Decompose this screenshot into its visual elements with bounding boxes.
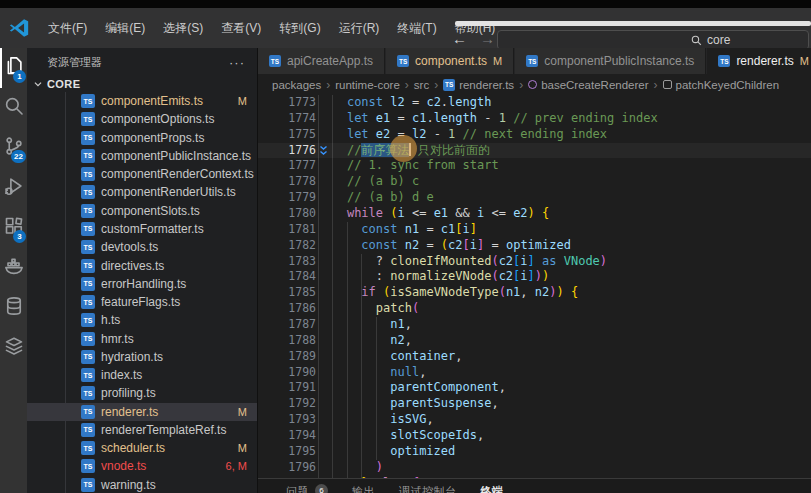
section-header-core[interactable]: CORE — [27, 76, 257, 92]
panel-tab-问题[interactable]: 问题6 — [286, 479, 328, 493]
symbol-variable-icon — [663, 80, 672, 89]
code-line-1793[interactable]: 1793 isSVG, — [258, 412, 811, 428]
code-line-1789[interactable]: 1789 container, — [258, 349, 811, 365]
navigate-back-icon[interactable]: ← — [452, 30, 467, 47]
menu-item-3[interactable]: 查看(V) — [212, 16, 270, 41]
file-componentRenderUtils.ts[interactable]: TScomponentRenderUtils.ts — [27, 183, 257, 201]
file-componentSlots.ts[interactable]: TScomponentSlots.ts — [27, 202, 257, 220]
breadcrumb-patchKeyedChildren[interactable]: patchKeyedChildren — [663, 79, 780, 91]
activity-extensions[interactable]: 3 — [0, 208, 27, 248]
docker-icon — [4, 256, 24, 280]
more-actions-icon[interactable]: ··· — [229, 55, 245, 70]
code-line-1788[interactable]: 1788 n2, — [258, 333, 811, 349]
code-editor[interactable]: 1773 const l2 = c2.length1774 let e1 = c… — [258, 95, 811, 478]
file-name: profiling.ts — [101, 386, 156, 400]
command-center-search[interactable]: core — [497, 30, 809, 50]
code-line-1779[interactable]: 1779 // (a b) d e — [258, 190, 811, 206]
file-vnode.ts[interactable]: TSvnode.ts6, M — [27, 457, 257, 475]
file-rendererTemplateRef.ts[interactable]: TSrendererTemplateRef.ts — [27, 421, 257, 439]
code-line-1796[interactable]: 1796 ) — [258, 460, 811, 476]
activity-source-control[interactable]: 22 — [0, 128, 27, 168]
file-scheduler.ts[interactable]: TSscheduler.tsM — [27, 439, 257, 457]
code-text: null, — [318, 365, 426, 381]
code-line-1785[interactable]: 1785 if (isSameVNodeType(n1, n2)) { — [258, 285, 811, 301]
breadcrumb-baseCreateRenderer[interactable]: baseCreateRenderer — [528, 79, 648, 91]
menu-item-2[interactable]: 选择(S) — [154, 16, 212, 41]
file-customFormatter.ts[interactable]: TScustomFormatter.ts — [27, 220, 257, 238]
code-line-1790[interactable]: 1790 null, — [258, 365, 811, 381]
light-strip-artifact — [455, 21, 811, 26]
code-line-1783[interactable]: 1783 ? cloneIfMounted(c2[i] as VNode) — [258, 254, 811, 270]
code-line-1775[interactable]: 1775 let e2 = l2 - 1 // next ending inde… — [258, 127, 811, 143]
git-status-badge: 6, M — [226, 460, 257, 472]
code-line-1777[interactable]: 1777 // 1. sync from start — [258, 158, 811, 174]
file-featureFlags.ts[interactable]: TSfeatureFlags.ts — [27, 293, 257, 311]
file-componentEmits.ts[interactable]: TScomponentEmits.tsM — [27, 92, 257, 110]
file-name: devtools.ts — [101, 240, 158, 254]
code-line-1781[interactable]: 1781 const n1 = c1[i] — [258, 222, 811, 238]
tab-renderer.ts[interactable]: TSrenderer.tsM× — [707, 48, 811, 74]
activity-run-debug[interactable] — [0, 168, 27, 208]
typescript-file-icon: TS — [81, 94, 95, 108]
panel-tab-label: 终端 — [481, 479, 504, 493]
typescript-file-icon: TS — [81, 259, 95, 273]
panel-tab-label: 调试控制台 — [399, 479, 457, 493]
line-number: 1781 — [258, 222, 316, 238]
activity-layers[interactable] — [0, 328, 27, 368]
navigate-forward-icon[interactable]: → — [480, 30, 495, 47]
code-line-1795[interactable]: 1795 optimized — [258, 444, 811, 460]
file-componentOptions.ts[interactable]: TScomponentOptions.ts — [27, 110, 257, 128]
breadcrumb-packages[interactable]: packages — [272, 79, 321, 91]
code-line-1778[interactable]: 1778 // (a b) c — [258, 174, 811, 190]
panel-tab-调试控制台[interactable]: 调试控制台 — [399, 479, 457, 493]
code-line-1787[interactable]: 1787 n1, — [258, 317, 811, 333]
code-line-1784[interactable]: 1784 : normalizeVNode(c2[i])) — [258, 269, 811, 285]
file-h.ts[interactable]: TSh.ts — [27, 311, 257, 329]
file-index.ts[interactable]: TSindex.ts — [27, 366, 257, 384]
activity-database[interactable] — [0, 288, 27, 328]
code-line-1774[interactable]: 1774 let e1 = c1.length - 1 // prev endi… — [258, 111, 811, 127]
line-number: 1789 — [258, 349, 316, 365]
activity-search[interactable] — [0, 88, 27, 128]
code-text: // (a b) d e — [318, 190, 434, 206]
code-line-1794[interactable]: 1794 slotScopeIds, — [258, 428, 811, 444]
code-line-1782[interactable]: 1782 const n2 = (c2[i] = optimized — [258, 238, 811, 254]
code-line-1792[interactable]: 1792 parentSuspense, — [258, 396, 811, 412]
file-renderer.ts[interactable]: TSrenderer.tsM — [27, 403, 257, 421]
file-profiling.ts[interactable]: TSprofiling.ts — [27, 384, 257, 402]
line-number: 1773 — [258, 95, 316, 111]
breadcrumb-renderer.ts[interactable]: TSrenderer.ts — [443, 79, 514, 91]
code-line-1791[interactable]: 1791 parentComponent, — [258, 380, 811, 396]
file-componentRenderContext.ts[interactable]: TScomponentRenderContext.ts — [27, 165, 257, 183]
code-line-1773[interactable]: 1773 const l2 = c2.length — [258, 95, 811, 111]
code-line-1780[interactable]: 1780 while (i <= e1 && i <= e2) { — [258, 206, 811, 222]
menu-item-6[interactable]: 终端(T) — [388, 16, 445, 41]
file-devtools.ts[interactable]: TSdevtools.ts — [27, 238, 257, 256]
menu-item-0[interactable]: 文件(F) — [39, 16, 96, 41]
code-line-1786[interactable]: 1786 patch( — [258, 301, 811, 317]
panel-tab-终端[interactable]: 终端 — [481, 479, 504, 493]
code-line-1776[interactable]: 1776 //前序算法 只对比前面的 — [258, 143, 811, 159]
menu-item-5[interactable]: 运行(R) — [330, 16, 389, 41]
typescript-file-icon: TS — [718, 55, 730, 67]
file-directives.ts[interactable]: TSdirectives.ts — [27, 256, 257, 274]
activity-docker[interactable] — [0, 248, 27, 288]
activity-explorer[interactable]: 1 — [0, 48, 27, 88]
file-componentPublicInstance.ts[interactable]: TScomponentPublicInstance.ts — [27, 147, 257, 165]
file-componentProps.ts[interactable]: TScomponentProps.ts — [27, 129, 257, 147]
menu-item-1[interactable]: 编辑(E) — [96, 16, 154, 41]
file-errorHandling.ts[interactable]: TSerrorHandling.ts — [27, 275, 257, 293]
tab-componentPublicInstance.ts[interactable]: TScomponentPublicInstance.ts — [515, 48, 706, 74]
file-hydration.ts[interactable]: TShydration.ts — [27, 348, 257, 366]
menu-item-4[interactable]: 转到(G) — [270, 16, 329, 41]
tab-component.ts[interactable]: TScomponent.tsM — [386, 48, 514, 74]
file-hmr.ts[interactable]: TShmr.ts — [27, 329, 257, 347]
panel-tab-输出[interactable]: 输出 — [352, 479, 375, 493]
file-warning.ts[interactable]: TSwarning.ts — [27, 476, 257, 493]
tab-apiCreateApp.ts[interactable]: TSapiCreateApp.ts — [258, 48, 385, 74]
line-number: 1779 — [258, 190, 316, 206]
typescript-file-icon: TS — [81, 368, 95, 382]
breadcrumb-runtime-core[interactable]: runtime-core — [335, 79, 400, 91]
breadcrumb-src[interactable]: src — [414, 79, 429, 91]
code-text: isSVG, — [318, 412, 434, 428]
